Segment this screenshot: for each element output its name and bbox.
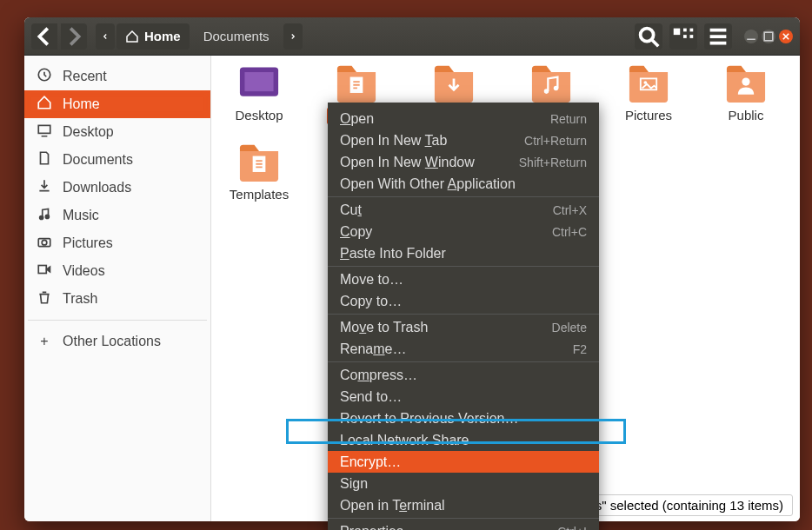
nav-back-button[interactable] [31, 23, 57, 50]
sidebar-item-home[interactable]: Home [24, 90, 210, 118]
context-menu-shortcut: Delete [552, 321, 587, 335]
context-menu-item-paste-into-folder[interactable]: Paste Into Folder [328, 242, 599, 264]
context-menu-item-open-with-other-application[interactable]: Open With Other Application [328, 173, 599, 195]
context-menu-label: Copy to… [340, 294, 402, 309]
context-menu-item-revert-to-previous-version-[interactable]: Revert to Previous Version… [328, 407, 599, 429]
context-menu-item-encrypt-[interactable]: Encrypt… [328, 451, 599, 473]
home-icon [125, 23, 139, 50]
context-menu-item-open-in-terminal[interactable]: Open in Terminal [328, 494, 599, 516]
sidebar-item-other-locations[interactable]: + Other Locations [24, 328, 210, 355]
path-home-button[interactable]: Home [116, 23, 190, 50]
folder-icon [235, 142, 283, 182]
path-segment-documents[interactable]: Documents [191, 23, 282, 50]
context-menu-label: Open In New Window [340, 155, 475, 170]
context-menu-item-open-in-new-window[interactable]: Open In New WindowShift+Return [328, 151, 599, 173]
context-menu-shortcut: Ctrl+X [553, 203, 587, 217]
path-root-button[interactable] [96, 23, 115, 50]
svg-point-17 [544, 89, 549, 94]
menu-button[interactable] [704, 23, 732, 50]
trash-icon [37, 289, 52, 308]
context-menu-item-copy-to-[interactable]: Copy to… [328, 290, 599, 312]
context-menu-label: Encrypt… [340, 454, 401, 470]
context-menu-label: Sign [340, 476, 368, 492]
svg-rect-6 [764, 32, 773, 41]
sidebar-item-recent[interactable]: Recent [24, 63, 210, 90]
svg-point-21 [742, 77, 749, 85]
context-menu-label: Move to… [340, 272, 403, 288]
context-menu-separator [328, 196, 599, 197]
folder-icon [527, 63, 576, 103]
context-menu-label: Send to… [340, 389, 402, 405]
context-menu-shortcut: Ctrl+C [552, 225, 587, 239]
close-button[interactable] [779, 30, 793, 43]
sidebar-item-music[interactable]: Music [24, 202, 210, 229]
file-item-templates[interactable]: Templates [227, 142, 291, 202]
context-menu-item-open-in-new-tab[interactable]: Open In New TabCtrl+Return [328, 129, 599, 151]
path-dropdown-button[interactable] [283, 23, 303, 50]
context-menu-label: Revert to Previous Version… [340, 411, 518, 427]
sidebar-item-trash[interactable]: Trash [24, 285, 210, 313]
camera-icon [37, 234, 52, 253]
context-menu-item-move-to-trash[interactable]: Move to TrashDelete [328, 316, 599, 338]
view-toggle-button[interactable] [669, 23, 697, 50]
context-menu-item-move-to-[interactable]: Move to… [328, 268, 599, 290]
file-label: Public [729, 108, 764, 123]
sidebar-item-downloads[interactable]: Downloads [24, 174, 210, 202]
context-menu-shortcut: F2 [573, 342, 587, 356]
minimize-icon [744, 30, 758, 43]
context-menu-label: Open [340, 111, 374, 127]
sidebar-item-label: Pictures [63, 235, 113, 251]
plus-icon: + [37, 334, 52, 349]
file-item-pictures[interactable]: Pictures [616, 63, 681, 124]
document-icon [37, 150, 52, 169]
svg-rect-5 [690, 35, 694, 38]
file-label: Desktop [235, 108, 283, 123]
svg-point-9 [39, 215, 43, 220]
context-menu-item-open[interactable]: OpenReturn [328, 108, 599, 129]
maximize-button[interactable] [762, 30, 775, 43]
sidebar-item-documents[interactable]: Documents [24, 146, 210, 174]
svg-rect-8 [38, 125, 50, 133]
sidebar-item-label: Desktop [63, 124, 114, 140]
context-menu-item-send-to-[interactable]: Send to… [328, 386, 599, 407]
context-menu-item-cut[interactable]: CutCtrl+X [328, 199, 599, 221]
context-menu-item-copy[interactable]: CopyCtrl+C [328, 221, 599, 242]
context-menu-label: Rename… [340, 341, 406, 357]
sidebar-item-label: Videos [63, 263, 105, 279]
path-bar: Home Documents [96, 23, 303, 50]
search-button[interactable] [635, 23, 662, 50]
nav-forward-button[interactable] [61, 23, 87, 50]
minimize-button[interactable] [744, 30, 758, 43]
sidebar-item-videos[interactable]: Videos [24, 257, 210, 285]
context-menu-separator [328, 314, 599, 315]
context-menu-label: Cut [340, 202, 362, 218]
svg-point-18 [554, 86, 559, 91]
context-menu-item-sign[interactable]: Sign [328, 473, 599, 494]
chevron-right-icon [61, 23, 87, 50]
svg-point-0 [641, 28, 654, 41]
sidebar-item-pictures[interactable]: Pictures [24, 229, 210, 257]
file-item-public[interactable]: Public [714, 63, 778, 124]
sidebar-item-label: Downloads [63, 180, 131, 195]
grid-icon [669, 23, 697, 50]
file-item-desktop[interactable]: Desktop [227, 63, 291, 124]
context-menu-label: Local Network Share [340, 433, 469, 448]
path-home-label: Home [144, 29, 181, 43]
svg-rect-13 [38, 266, 46, 274]
sidebar-item-desktop[interactable]: Desktop [24, 118, 210, 146]
context-menu-label: Move to Trash [340, 320, 428, 335]
desktop-icon [37, 123, 52, 142]
sidebar-separator [28, 320, 207, 321]
context-menu-item-local-network-share[interactable]: Local Network Share [328, 429, 599, 451]
file-label: Pictures [625, 108, 672, 123]
download-icon [37, 178, 52, 197]
context-menu-item-properties[interactable]: PropertiesCtrl+I [328, 520, 599, 530]
file-label: Templates [230, 187, 289, 202]
context-menu-item-compress-[interactable]: Compress… [328, 364, 599, 386]
context-menu-item-rename-[interactable]: Rename…F2 [328, 338, 599, 360]
folder-icon [235, 63, 283, 103]
toolbar: Home Documents [24, 17, 800, 56]
context-menu-label: Copy [340, 224, 372, 240]
chevron-left-icon [101, 23, 110, 50]
context-menu-shortcut: Ctrl+Return [524, 134, 587, 148]
